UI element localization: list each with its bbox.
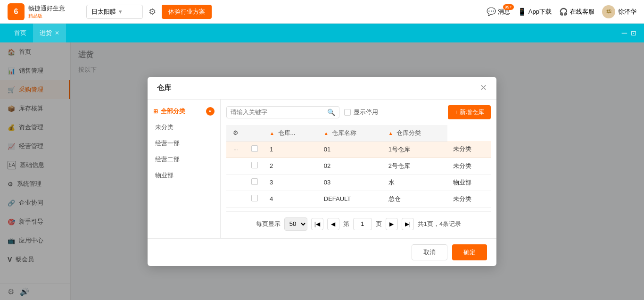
row3-checkbox-icon[interactable] (251, 178, 258, 185)
row1-checkbox-icon[interactable] (251, 145, 258, 152)
col-name[interactable]: ▲ 仓库名称 (318, 125, 383, 142)
phone-icon: 📱 (518, 8, 527, 16)
page-last-btn[interactable]: ▶| (402, 218, 414, 230)
col-code[interactable]: ▲ 仓库... (264, 125, 318, 142)
page-first-btn[interactable]: |◀ (311, 218, 323, 230)
nav-tab-purchase-close[interactable]: ✕ (55, 30, 59, 36)
warehouse-modal: 仓库 ✕ ⊞ 全部分类 « 未分类 经营一部 经营二部 (148, 77, 496, 266)
page-prev-btn[interactable]: ◀ (327, 218, 339, 230)
category-item-unclassified[interactable]: 未分类 (148, 119, 220, 135)
row1-settings: ··· (226, 141, 245, 158)
row4-checkbox-icon[interactable] (251, 195, 258, 201)
settings-icon[interactable]: ⚙ (149, 7, 156, 17)
search-icon: 🔍 (327, 108, 335, 116)
page-input[interactable] (353, 218, 372, 230)
trial-button[interactable]: 体验行业方案 (162, 5, 212, 19)
nav-tab-home[interactable]: 首页 (8, 24, 33, 42)
user-name: 徐泽华 (618, 8, 636, 16)
col-checkbox[interactable] (245, 125, 264, 142)
message-icon: 💬 (487, 7, 496, 16)
modal-overlay[interactable]: 仓库 ✕ ⊞ 全部分类 « 未分类 经营一部 经营二部 (0, 42, 644, 300)
store-selector[interactable]: 日太阳膜 ▾ (86, 5, 143, 19)
row4-settings (226, 191, 245, 207)
per-page-select[interactable]: 50 (284, 217, 307, 231)
confirm-button[interactable]: 确定 (452, 244, 487, 260)
nav-tab-purchase[interactable]: 进货 ✕ (33, 24, 66, 42)
top-right-maximize[interactable]: ⊡ (631, 29, 636, 37)
row4-index: 4 (264, 191, 318, 207)
col-category-label: 仓库分类 (396, 129, 421, 136)
pagination: 每页显示 50 |◀ ◀ 第 页 ▶ ▶| 共1页，4条记录 (226, 211, 491, 233)
warehouse-table: ⚙ ▲ 仓库... ▲ 仓库名称 (226, 125, 491, 208)
add-warehouse-button[interactable]: + 新增仓库 (448, 105, 491, 119)
online-service[interactable]: 🎧 在线客服 (559, 8, 594, 16)
logo-icon: 6 (8, 3, 25, 20)
nav-tab-purchase-label: 进货 (40, 29, 52, 37)
notification-badge: 99+ (503, 4, 514, 10)
row3-name: 水 (383, 174, 447, 191)
headset-icon: 🎧 (559, 8, 568, 16)
dropdown-arrow-icon: ▾ (119, 8, 122, 15)
show-disabled-checkbox[interactable]: 显示停用 (344, 108, 378, 117)
all-categories-header[interactable]: ⊞ 全部分类 « (148, 103, 220, 119)
category-item-dept1[interactable]: 经营一部 (148, 135, 220, 151)
search-box[interactable]: 🔍 (226, 106, 339, 118)
row1-code: 01 (318, 141, 383, 158)
row2-category: 未分类 (447, 158, 491, 174)
row2-settings (226, 158, 245, 174)
total-info: 共1页，4条记录 (418, 220, 461, 228)
modal-header: 仓库 ✕ (148, 77, 496, 100)
row4-category: 未分类 (447, 191, 491, 207)
table-row[interactable]: 2 02 2号仓库 未分类 (226, 158, 491, 174)
col-category-sort-icon: ▲ (388, 131, 393, 136)
table-row[interactable]: 3 03 水 物业部 (226, 174, 491, 191)
top-right-minimize[interactable]: ─ (622, 29, 627, 37)
row2-checkbox-icon[interactable] (251, 162, 258, 168)
col-category[interactable]: ▲ 仓库分类 (383, 125, 447, 142)
show-disabled-label: 显示停用 (354, 108, 378, 117)
service-label: 在线客服 (570, 8, 594, 16)
row3-category: 物业部 (447, 174, 491, 191)
modal-footer: 取消 确定 (148, 238, 496, 266)
row3-index: 3 (264, 174, 318, 191)
avatar: 华 (602, 5, 615, 18)
row3-checkbox[interactable] (245, 174, 264, 191)
search-input[interactable] (231, 108, 327, 116)
category-item-dept2[interactable]: 经营二部 (148, 151, 220, 167)
table-row[interactable]: ··· 1 01 1号仓库 未分类 (226, 141, 491, 158)
row4-name: 总仓 (383, 191, 447, 207)
message-notification[interactable]: 💬 99+ 消息 (487, 7, 510, 16)
checkbox-icon[interactable] (344, 109, 351, 116)
row4-code: DEFAULT (318, 191, 383, 207)
store-name: 日太阳膜 (91, 8, 116, 16)
table-toolbar: 🔍 显示停用 + 新增仓库 (226, 105, 491, 119)
modal-title: 仓库 (157, 83, 171, 92)
all-categories-label: 全部分类 (161, 107, 185, 116)
page-next-btn[interactable]: ▶ (386, 218, 398, 230)
col-code-sort-icon: ▲ (270, 131, 274, 136)
nav-tab-home-label: 首页 (14, 29, 26, 37)
row1-index: 1 (264, 141, 318, 158)
row4-checkbox[interactable] (245, 191, 264, 207)
category-panel: ⊞ 全部分类 « 未分类 经营一部 经营二部 物业部 (148, 100, 221, 238)
grid-icon: ⊞ (153, 108, 158, 115)
table-panel: 🔍 显示停用 + 新增仓库 ⚙ (221, 100, 496, 238)
col-code-label: 仓库... (278, 129, 296, 136)
row2-index: 2 (264, 158, 318, 174)
row3-settings (226, 174, 245, 191)
row2-checkbox[interactable] (245, 158, 264, 174)
modal-close-icon[interactable]: ✕ (480, 83, 487, 92)
row3-code: 03 (318, 174, 383, 191)
header-right: 💬 99+ 消息 📱 App下载 🎧 在线客服 华 徐泽华 (487, 5, 636, 18)
collapse-button[interactable]: « (206, 107, 215, 116)
row1-checkbox[interactable] (245, 141, 264, 158)
user-area[interactable]: 华 徐泽华 (602, 5, 636, 18)
table-row[interactable]: 4 DEFAULT 总仓 未分类 (226, 191, 491, 207)
col-settings[interactable]: ⚙ (226, 125, 245, 142)
cancel-button[interactable]: 取消 (412, 244, 447, 260)
logo-text: 畅捷通好生意 精品版 (28, 4, 65, 19)
row1-name: 1号仓库 (383, 141, 447, 158)
app-download[interactable]: 📱 App下载 (518, 8, 552, 16)
row1-category: 未分类 (447, 141, 491, 158)
category-item-property[interactable]: 物业部 (148, 167, 220, 183)
